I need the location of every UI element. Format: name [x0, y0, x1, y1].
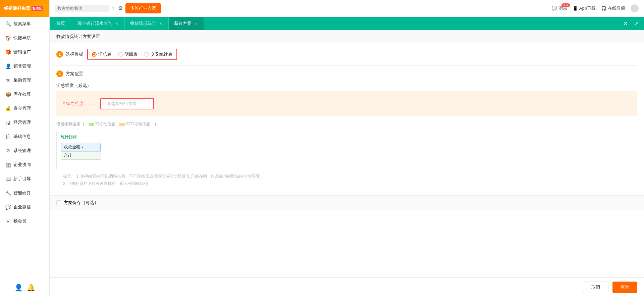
search-input[interactable]	[55, 5, 109, 12]
dimension-select[interactable]: 请选择分组维度	[100, 98, 154, 109]
header-right: 💬 消息 99+ 📱 App下载 🎧 在线客服	[552, 4, 639, 12]
sidebar-item-member[interactable]: V畅会员	[0, 214, 49, 228]
purchase-icon: 🛍	[5, 78, 11, 83]
metric-sub-row: 合计	[61, 151, 101, 159]
sidebar-item-hardware[interactable]: 🔧智能硬件	[0, 186, 49, 200]
message-icon: 💬	[552, 6, 557, 11]
search-icon: 🔍	[5, 21, 11, 27]
drag-box-green	[89, 123, 94, 126]
tab-bar: 首页现金银行流水查询✕收款情况统计✕新建方案✕ ✕ ⤢	[50, 17, 644, 30]
sidebar-item-wechat[interactable]: 💬企业微信	[0, 200, 49, 214]
metric-tag-payment[interactable]: 收款金额 ▾	[61, 143, 101, 151]
member-icon: V	[5, 218, 11, 224]
step1-header: 1 选择模板	[56, 51, 83, 58]
metric-sub-label: 合计	[64, 153, 72, 158]
operation-icon: 📊	[5, 120, 11, 125]
capital-icon: 💰	[5, 106, 11, 111]
step2-header: 2 方案配置	[56, 66, 637, 77]
save-checkbox[interactable]	[56, 200, 61, 205]
sidebar-item-quicknav[interactable]: 🏠快捷导航	[0, 31, 49, 45]
sidebar-item-purchase[interactable]: 🛍采购管理	[0, 73, 49, 87]
sidebar-item-newbie[interactable]: 📖新手引导	[0, 172, 49, 186]
sidebar-label-quicknav: 快捷导航	[13, 35, 31, 41]
avatar[interactable]	[631, 4, 639, 12]
message-area[interactable]: 💬 消息 99+	[552, 5, 567, 11]
hardware-icon: 🔧	[5, 190, 11, 196]
content-area: 收款情况统计方案设置 1 选择模板 汇总表	[50, 30, 644, 277]
sidebar-label-hardware: 智能硬件	[13, 190, 31, 196]
save-option: 方案保存（可选）	[50, 195, 644, 210]
sidebar-item-basic[interactable]: 📋基础信息	[0, 130, 49, 144]
sidebar-bottom-icon2[interactable]: 🔔	[27, 284, 35, 292]
step2-label: 方案配置	[66, 71, 83, 77]
wechat-icon: 💬	[5, 204, 11, 210]
cancel-button[interactable]: 取消	[583, 282, 608, 293]
tab-home[interactable]: 首页	[50, 17, 72, 30]
online-service[interactable]: 🎧 在线客服	[601, 5, 625, 11]
sidebar-item-search[interactable]: 🔍搜索菜单	[0, 17, 49, 31]
sidebar-label-wechat: 企业微信	[13, 204, 31, 210]
radio-detail[interactable]: 明细表	[118, 51, 138, 57]
logo-text: 畅捷通好生意	[4, 5, 30, 11]
arrow-icon: ——	[88, 101, 96, 106]
sidebar-item-sales[interactable]: 👤销售管理	[0, 59, 49, 73]
drag-label-close: ）	[154, 121, 158, 127]
sidebar-item-enterprise[interactable]: 🏢企业协同	[0, 158, 49, 172]
breadcrumb-area: ▼ ⚙ 体验行业方案	[55, 3, 546, 13]
radio-circle-detail	[118, 52, 123, 57]
system-icon: ⚙	[5, 148, 11, 153]
radio-cross[interactable]: 交叉统计表	[144, 51, 172, 57]
tab-receipt-stats[interactable]: 收款情况统计✕	[125, 17, 169, 30]
settings-button[interactable]: ⚙	[118, 5, 123, 11]
metrics-label-row: 模板指标设定（ 可拖动位置 不可拖动位置 ）	[56, 121, 637, 127]
expand-icon[interactable]: ⤢	[632, 19, 640, 28]
step1-label: 选择模板	[66, 51, 83, 57]
enterprise-icon: 🏢	[5, 162, 11, 167]
sidebar-label-operation: 经营管理	[13, 119, 31, 126]
metrics-settings-label: 模板指标设定（	[56, 121, 85, 127]
sidebar-label-inventory: 库存核算	[13, 91, 31, 97]
message-badge: 99+	[561, 3, 570, 7]
industry-button[interactable]: 体验行业方案	[125, 3, 161, 13]
tab-label-home: 首页	[56, 20, 65, 27]
metrics-area: 统计指标 收款金额 ▾ 合计	[56, 130, 637, 170]
sidebar-bottom-icon1[interactable]: 👤	[14, 284, 23, 292]
app-download[interactable]: 📱 App下载	[573, 5, 596, 11]
query-button[interactable]: 查询	[612, 282, 637, 293]
sidebar-label-marketing: 营销推广	[13, 49, 31, 55]
sidebar-label-sales: 销售管理	[13, 63, 31, 69]
tab-bar-actions: ✕ ⤢	[617, 19, 644, 28]
main-area: ▼ ⚙ 体验行业方案 💬 消息 99+ 📱 App下载 🎧 在线客服 首页现金银…	[50, 0, 644, 297]
page-container: 收款情况统计方案设置 1 选择模板 汇总表	[50, 30, 644, 277]
metric-chevron-icon: ▾	[82, 145, 83, 149]
sidebar-item-system[interactable]: ⚙系统管理	[0, 144, 49, 158]
tab-new-plan[interactable]: 新建方案✕	[169, 17, 204, 30]
vertical-dimension-label: 纵向维度	[63, 101, 84, 107]
sidebar: 畅捷通好生意 标准版 🔍搜索菜单🏠快捷导航🎁营销推广👤销售管理🛍采购管理📦库存核…	[0, 0, 50, 297]
page-title: 收款情况统计方案设置	[50, 30, 644, 43]
hint-2: 2. 点击标题栏下拉可设置排序、插入列和删除列	[63, 180, 631, 188]
dropdown-arrow-icon[interactable]: ▼	[111, 6, 115, 11]
radio-circle-cross	[144, 52, 149, 57]
sidebar-item-capital[interactable]: 💰资金管理	[0, 101, 49, 115]
metric-tag-label: 收款金额	[64, 144, 80, 150]
radio-summary[interactable]: 汇总表	[92, 51, 111, 57]
save-label: 方案保存（可选）	[64, 200, 99, 206]
sidebar-item-inventory[interactable]: 📦库存核算	[0, 87, 49, 101]
close-all-icon[interactable]: ✕	[621, 19, 629, 28]
template-radio-group: 汇总表 明细表 交叉统计表	[87, 49, 177, 60]
sidebar-item-operation[interactable]: 📊经营管理	[0, 115, 49, 130]
dimension-area: 纵向维度 —— 请选择分组维度	[56, 91, 637, 116]
drag-indicator-1: 可拖动位置	[89, 121, 115, 127]
tab-label-new-plan: 新建方案	[174, 20, 192, 27]
step1-num: 1	[56, 51, 63, 58]
sidebar-item-marketing[interactable]: 🎁营销推广	[0, 45, 49, 59]
sidebar-label-newbie: 新手引导	[13, 176, 31, 182]
top-header: ▼ ⚙ 体验行业方案 💬 消息 99+ 📱 App下载 🎧 在线客服	[50, 0, 644, 17]
tab-close-new-plan[interactable]: ✕	[194, 21, 198, 26]
tab-cashflow[interactable]: 现金银行流水查询✕	[72, 17, 125, 30]
tab-close-receipt-stats[interactable]: ✕	[158, 21, 163, 26]
sales-icon: 👤	[5, 63, 11, 69]
hints-section: 提示： 1. 拖动标题栏可以调整布局，不可跨维度或指标区域拖动栏目段(只能在同一…	[56, 170, 637, 190]
tab-close-cashflow[interactable]: ✕	[114, 21, 119, 26]
